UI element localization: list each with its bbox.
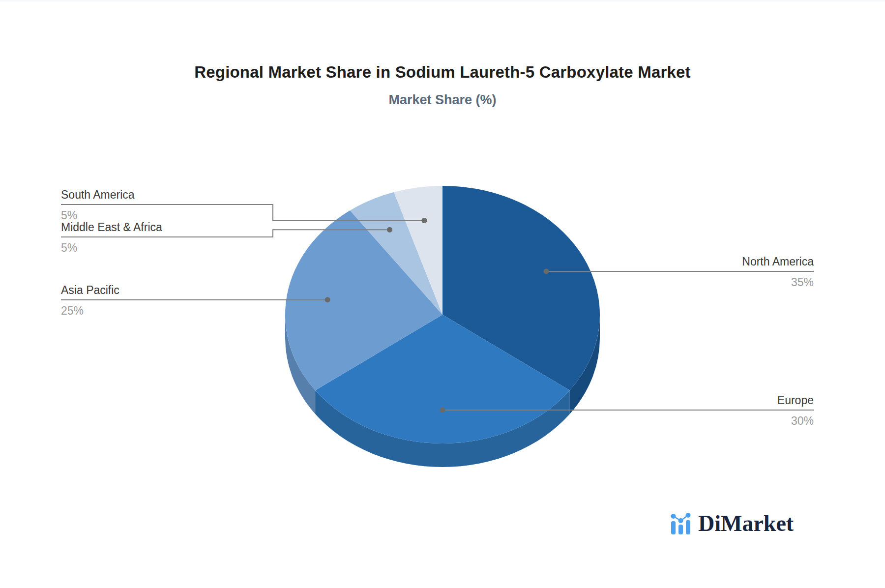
- pie-chart: [0, 0, 885, 588]
- logo-bar-1: [678, 525, 683, 534]
- logo-dot-1: [678, 518, 683, 523]
- label-north-america: North America 35%: [742, 256, 814, 289]
- dimarket-logo: DiMarket: [670, 511, 794, 536]
- label-middle-east-africa-value: 5%: [61, 242, 162, 254]
- leader-dot-2: [325, 297, 330, 302]
- label-south-america-value: 5%: [61, 209, 135, 222]
- dimarket-logo-text: DiMarket: [698, 512, 794, 535]
- label-middle-east-africa-name: Middle East & Africa: [61, 221, 162, 234]
- leader-dot-1: [440, 407, 445, 412]
- label-europe-name: Europe: [777, 394, 814, 407]
- logo-dot-2: [686, 513, 691, 518]
- label-asia-pacific-name: Asia Pacific: [61, 284, 119, 296]
- label-south-america-name: South America: [61, 189, 135, 201]
- dimarket-logo-icon: [670, 512, 692, 535]
- chart-canvas: Regional Market Share in Sodium Laureth-…: [0, 0, 885, 588]
- label-europe-value: 30%: [777, 415, 814, 427]
- leader-dot-4: [421, 218, 427, 223]
- logo-bar-0: [671, 521, 676, 534]
- logo-dot-0: [671, 514, 676, 519]
- logo-bar-2: [686, 520, 690, 534]
- label-europe: Europe 30%: [777, 394, 814, 428]
- label-asia-pacific: Asia Pacific 25%: [61, 284, 119, 318]
- label-north-america-name: North America: [742, 256, 814, 268]
- label-asia-pacific-value: 25%: [61, 305, 119, 317]
- label-north-america-value: 35%: [742, 276, 814, 289]
- leader-dot-0: [543, 268, 549, 274]
- label-south-america: South America 5%: [61, 189, 135, 222]
- leader-dot-3: [387, 227, 392, 233]
- label-middle-east-africa: Middle East & Africa 5%: [61, 221, 162, 255]
